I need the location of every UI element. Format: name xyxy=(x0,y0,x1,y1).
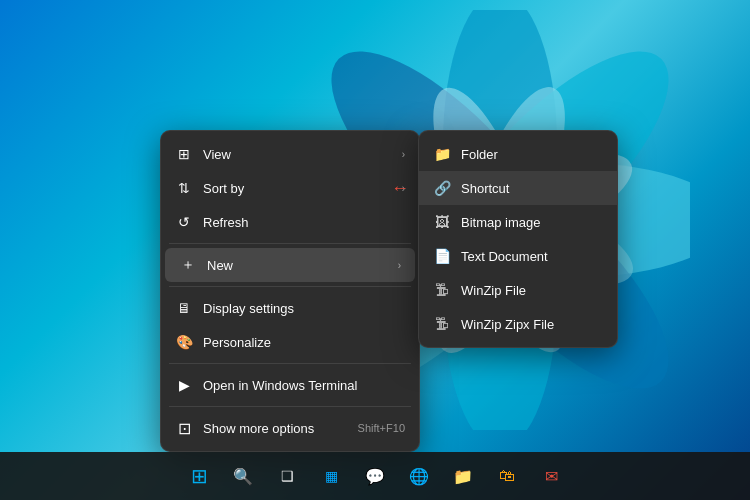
explorer-icon: 📁 xyxy=(453,467,473,486)
submenu-item-textdoc[interactable]: 📄 Text Document xyxy=(419,239,617,273)
submenu-item-shortcut[interactable]: ← 🔗 Shortcut xyxy=(419,171,617,205)
bitmap-icon: 🖼 xyxy=(433,213,451,231)
view-chevron: › xyxy=(402,149,405,160)
taskview-icon: ❑ xyxy=(281,468,294,484)
terminal-icon: ▶ xyxy=(175,376,193,394)
start-icon: ⊞ xyxy=(191,464,208,488)
submenu-item-bitmap[interactable]: 🖼 Bitmap image xyxy=(419,205,617,239)
menu-item-terminal-label: Open in Windows Terminal xyxy=(203,378,357,393)
menu-item-new[interactable]: ＋ New › xyxy=(165,248,415,282)
taskbar-start[interactable]: ⊞ xyxy=(179,456,219,496)
menu-item-view[interactable]: ⊞ View › xyxy=(161,137,419,171)
submenu-winzipx-label: WinZip Zipx File xyxy=(461,317,554,332)
menu-item-personalize-label: Personalize xyxy=(203,335,271,350)
edge-icon: 🌐 xyxy=(409,467,429,486)
taskbar: ⊞ 🔍 ❑ ▦ 💬 🌐 📁 🛍 ✉ xyxy=(0,452,750,500)
display-icon: 🖥 xyxy=(175,299,193,317)
menu-item-refresh-label: Refresh xyxy=(203,215,249,230)
taskbar-taskview[interactable]: ❑ xyxy=(267,456,307,496)
new-icon: ＋ xyxy=(179,256,197,274)
menu-divider-4 xyxy=(169,406,411,407)
more-icon: ⊡ xyxy=(175,419,193,437)
submenu-item-winzipx[interactable]: 🗜 WinZip Zipx File xyxy=(419,307,617,341)
submenu-shortcut-label: Shortcut xyxy=(461,181,509,196)
widgets-icon: ▦ xyxy=(325,468,338,484)
menu-item-display[interactable]: 🖥 Display settings xyxy=(161,291,419,325)
menu-item-more[interactable]: ⊡ Show more options Shift+F10 xyxy=(161,411,419,445)
taskbar-mail[interactable]: ✉ xyxy=(531,456,571,496)
menu-item-display-label: Display settings xyxy=(203,301,294,316)
chat-icon: 💬 xyxy=(365,467,385,486)
menu-item-sort-label: Sort by xyxy=(203,181,244,196)
submenu-textdoc-label: Text Document xyxy=(461,249,548,264)
menu-divider-1 xyxy=(169,243,411,244)
menu-item-personalize[interactable]: 🎨 Personalize xyxy=(161,325,419,359)
taskbar-store[interactable]: 🛍 xyxy=(487,456,527,496)
desktop-background: ⊞ View › ⇅ Sort by › ↺ Refresh ＋ New › 🖥… xyxy=(0,0,750,500)
refresh-icon: ↺ xyxy=(175,213,193,231)
menu-item-sort[interactable]: ⇅ Sort by › xyxy=(161,171,419,205)
view-icon: ⊞ xyxy=(175,145,193,163)
menu-item-new-label: New xyxy=(207,258,233,273)
shortcut-icon: 🔗 xyxy=(433,179,451,197)
menu-item-more-label: Show more options xyxy=(203,421,314,436)
taskbar-search[interactable]: 🔍 xyxy=(223,456,263,496)
context-menu: ⊞ View › ⇅ Sort by › ↺ Refresh ＋ New › 🖥… xyxy=(160,130,420,452)
submenu-new: 📁 Folder ← 🔗 Shortcut 🖼 Bitmap image 📄 T… xyxy=(418,130,618,348)
submenu-winzip-label: WinZip File xyxy=(461,283,526,298)
submenu-folder-label: Folder xyxy=(461,147,498,162)
taskbar-widgets[interactable]: ▦ xyxy=(311,456,351,496)
store-icon: 🛍 xyxy=(499,467,515,485)
winzip-icon: 🗜 xyxy=(433,281,451,299)
menu-divider-3 xyxy=(169,363,411,364)
winzipx-icon: 🗜 xyxy=(433,315,451,333)
menu-divider-2 xyxy=(169,286,411,287)
mail-icon: ✉ xyxy=(545,467,558,486)
arrow-indicator: ← xyxy=(391,178,409,199)
submenu-item-winzip[interactable]: 🗜 WinZip File xyxy=(419,273,617,307)
submenu-item-folder[interactable]: 📁 Folder xyxy=(419,137,617,171)
sort-icon: ⇅ xyxy=(175,179,193,197)
menu-item-refresh[interactable]: ↺ Refresh xyxy=(161,205,419,239)
personalize-icon: 🎨 xyxy=(175,333,193,351)
textdoc-icon: 📄 xyxy=(433,247,451,265)
search-icon: 🔍 xyxy=(233,467,253,486)
taskbar-chat[interactable]: 💬 xyxy=(355,456,395,496)
new-chevron: › xyxy=(398,260,401,271)
submenu-bitmap-label: Bitmap image xyxy=(461,215,540,230)
folder-icon: 📁 xyxy=(433,145,451,163)
menu-item-view-label: View xyxy=(203,147,231,162)
taskbar-explorer[interactable]: 📁 xyxy=(443,456,483,496)
taskbar-edge[interactable]: 🌐 xyxy=(399,456,439,496)
more-shortcut: Shift+F10 xyxy=(358,422,405,434)
menu-item-terminal[interactable]: ▶ Open in Windows Terminal xyxy=(161,368,419,402)
